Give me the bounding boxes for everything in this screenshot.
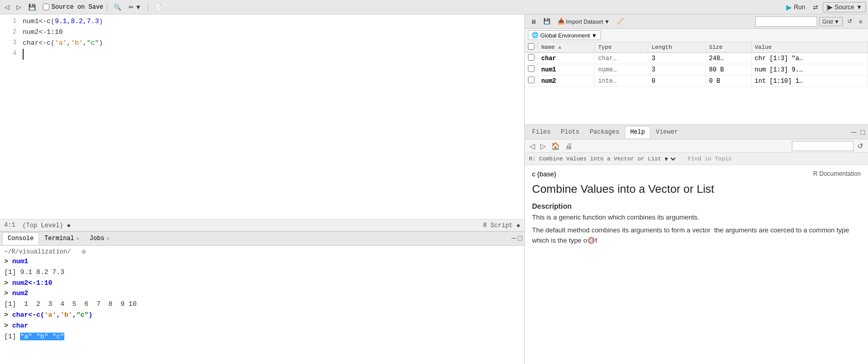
files-minimize-btn[interactable]: ─ <box>851 127 858 137</box>
right-panel: 🖥 💾 📥 Import Dataset ▼ 🧹 Grid ▼ ↺ <box>525 14 868 364</box>
files-tabs: Files Plots Packages Help Viewer ─ □ <box>525 125 868 139</box>
console-minimize-btn[interactable]: ─ <box>511 234 516 243</box>
run-button[interactable]: ▶ Run <box>783 2 808 12</box>
editor-toolbar: ◁ ▷ 💾 Source on Save 🔍 ✏ ▼ 📄 ▶ Run ⇄ |▶ … <box>0 0 868 14</box>
forward-button[interactable]: ▷ <box>14 3 24 12</box>
tab-help[interactable]: Help <box>625 126 651 138</box>
col-value[interactable]: Value <box>751 42 867 53</box>
row-num2-type: inte… <box>595 76 648 87</box>
editor-area[interactable]: 1 num1<-c(9.1,8.2,7.3) 2 num2<-1:10 3 ch… <box>0 14 524 219</box>
help-forward-btn[interactable]: ▷ <box>539 141 547 151</box>
env-row-num2: num2 inte… 0 0 B int [1:10] 1… <box>525 76 868 87</box>
arrows-button[interactable]: ⇄ <box>810 3 821 12</box>
top-level[interactable]: (Top Level) ◆ <box>23 222 71 229</box>
tab-jobs[interactable]: Jobs ✕ <box>84 233 115 244</box>
find-button[interactable]: 🔍 <box>111 3 124 12</box>
row-num2-checkbox[interactable] <box>525 76 538 87</box>
line-number-2: 2 <box>4 27 16 37</box>
row-char-checkbox[interactable] <box>525 53 538 64</box>
global-env-btn[interactable]: 🌐 Global Environment ▼ <box>528 30 601 40</box>
col-size[interactable]: Size <box>706 42 752 53</box>
env-table: Name ▲ Type Length Size Value char char…… <box>525 42 868 124</box>
arrows-icon: ⇄ <box>813 4 818 11</box>
row-num1-checkbox[interactable] <box>525 64 538 76</box>
console-output-1: [1] 9.1 8.2 7.3 <box>4 268 64 276</box>
save-button[interactable]: 💾 <box>26 3 39 12</box>
toolbar-separator-2 <box>148 3 148 12</box>
grid-view-btn[interactable]: Grid ▼ <box>819 17 843 26</box>
back-button[interactable]: ◁ <box>2 3 12 12</box>
console-area[interactable]: ~/R/visualization/ ◎ > num1 [1] 9.1 8.2 … <box>0 246 524 364</box>
toolbar-right: ▶ Run ⇄ |▶ Source ▼ <box>783 2 866 12</box>
viewer-tab-label: Viewer <box>656 129 678 136</box>
run-play-icon: ▶ <box>786 3 792 11</box>
row-char-value: chr [1:3] "a… <box>751 53 867 64</box>
import-dataset-btn[interactable]: 📥 Import Dataset ▼ <box>555 17 612 26</box>
code-cursor <box>23 49 28 60</box>
clear-env-btn[interactable]: 🧹 <box>614 17 627 26</box>
row-char-length: 3 <box>648 53 706 64</box>
extra-btn[interactable]: ≡ <box>857 17 865 26</box>
toolbar-separator-1 <box>107 3 108 12</box>
console-prompt-1: > <box>4 258 8 265</box>
select-all-checkbox[interactable] <box>528 43 535 50</box>
source-pipe-icon: |▶ <box>826 4 832 11</box>
compile-button[interactable]: 📄 <box>152 3 165 12</box>
help-search-input[interactable] <box>792 141 854 151</box>
env-row-num1: num1 nụme… 3 80 B num [1:3] 9.… <box>525 64 868 76</box>
refresh-btn[interactable]: ↺ <box>845 17 855 26</box>
tab-console[interactable]: Console <box>2 232 39 245</box>
console-line-1: > num1 <box>4 257 520 267</box>
tab-viewer[interactable]: Viewer <box>650 126 683 138</box>
col-checkbox[interactable] <box>525 42 538 53</box>
sort-arrow: ▲ <box>558 45 561 50</box>
help-home-btn[interactable]: 🏠 <box>550 141 561 151</box>
tab-files[interactable]: Files <box>527 126 556 138</box>
help-print-btn[interactable]: 🖨 <box>563 141 574 151</box>
source-on-save-checkbox[interactable] <box>43 4 49 10</box>
row-num1-name: num1 <box>538 64 595 76</box>
import-label: Import Dataset <box>566 19 603 25</box>
help-package: c {base} R Documentation <box>532 170 861 178</box>
tab-terminal[interactable]: Terminal ✕ <box>39 233 84 244</box>
col-name[interactable]: Name ▲ <box>538 42 595 53</box>
row-num2-length: 0 <box>648 76 706 87</box>
env-icon-btn[interactable]: 🖥 <box>528 17 539 26</box>
help-refresh-btn[interactable]: ↺ <box>856 141 865 151</box>
import-icon: 📥 <box>558 18 565 25</box>
console-highlight: "a" "b" "c" <box>20 333 64 340</box>
code-button[interactable]: ✏ ▼ <box>126 3 144 12</box>
console-tabs: Console Terminal ✕ Jobs ✕ ─ □ <box>0 231 524 246</box>
save-icon: 💾 <box>28 4 36 11</box>
tab-packages[interactable]: Packages <box>584 126 625 138</box>
files-tab-label: Files <box>532 129 551 136</box>
help-path-dropdown[interactable]: ▼ <box>661 155 677 162</box>
env-search-input[interactable] <box>755 16 817 27</box>
line-number-1: 1 <box>4 16 16 26</box>
script-type[interactable]: R Script ◆ <box>483 222 520 229</box>
console-prompt-2: > <box>4 279 8 287</box>
help-content[interactable]: c {base} R Documentation Combine Values … <box>525 165 868 364</box>
console-output-2: [1] 1 2 3 4 5 6 7 8 9 10 <box>4 300 136 308</box>
row-char-type: char… <box>595 53 648 64</box>
tab-plots[interactable]: Plots <box>556 126 584 138</box>
save-env-icon: 💾 <box>543 18 551 25</box>
console-maximize-btn[interactable]: □ <box>518 234 522 243</box>
col-length[interactable]: Length <box>648 42 706 53</box>
help-navigation: ◁ ▷ 🏠 🖨 ↺ <box>525 139 868 153</box>
files-maximize-btn[interactable]: □ <box>860 127 866 137</box>
source-button[interactable]: |▶ Source ▼ <box>823 2 866 12</box>
line-number-3: 3 <box>4 38 16 48</box>
help-pkg-label: c {base} <box>532 170 556 178</box>
row-num1-type: nụme… <box>595 64 648 76</box>
editor-content[interactable]: 1 num1<-c(9.1,8.2,7.3) 2 num2<-1:10 3 ch… <box>0 14 524 219</box>
save-env-btn[interactable]: 💾 <box>541 17 553 26</box>
help-back-btn[interactable]: ◁ <box>528 141 537 151</box>
help-rdoc-label: R Documentation <box>813 170 861 177</box>
col-type[interactable]: Type <box>595 42 648 53</box>
jobs-close-icon[interactable]: ✕ <box>107 235 110 242</box>
environment-toolbar: 🖥 💾 📥 Import Dataset ▼ 🧹 Grid ▼ ↺ <box>525 14 868 29</box>
code-text-2: num2<-1:10 <box>23 27 63 38</box>
terminal-close-icon[interactable]: ✕ <box>76 235 79 242</box>
code-line-2: 2 num2<-1:10 <box>0 27 524 38</box>
